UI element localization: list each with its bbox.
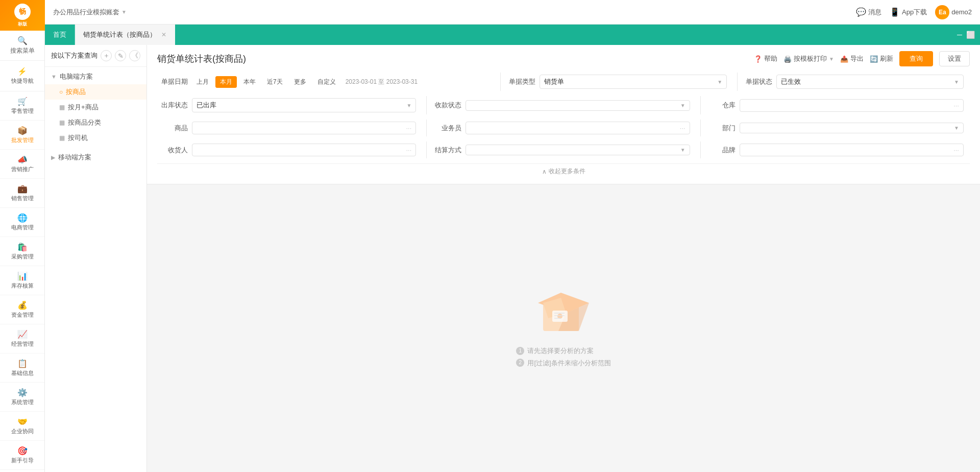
help-btn[interactable]: ❓ 帮助 <box>754 54 777 63</box>
brand-select[interactable]: ··· <box>740 144 964 156</box>
quick-nav-item[interactable]: ⚡ 快捷导航 <box>0 63 44 89</box>
scheme-item-by-driver[interactable]: ▦ 按司机 <box>45 130 146 146</box>
empty-tip-2: 2 用[过滤]条件来缩小分析范围 <box>516 357 610 369</box>
user-menu[interactable]: Ea demo2 <box>935 5 972 19</box>
sidebar-item-purchase[interactable]: 🛍️ 采购管理 <box>0 237 44 266</box>
dept-filter-cell: 部门 ▼ <box>705 121 970 135</box>
sidebar-item-system[interactable]: ⚙️ 系统管理 <box>0 383 44 412</box>
sidebar-item-retail[interactable]: 🛒 零售管理 <box>0 91 44 121</box>
export-label: 导出 <box>850 54 864 63</box>
date-tab-curr[interactable]: 本月 <box>215 76 237 88</box>
recv-status-arrow: ▼ <box>680 103 685 108</box>
recv-status-select[interactable]: ▼ <box>465 100 690 111</box>
search-menu[interactable]: 🔍 搜索菜单 <box>0 31 44 61</box>
recv-status-control: ▼ <box>465 100 690 111</box>
sidebar-item-corp[interactable]: 🤝 企业协同 <box>0 412 44 441</box>
tab-close-icon[interactable]: ✕ <box>161 31 166 38</box>
edit-scheme-btn[interactable]: ✎ <box>115 50 126 61</box>
page-header: 销货单统计表(按商品) ❓ 帮助 🖨️ 按模板打印 ▼ 📤 <box>147 45 980 184</box>
dept-arrow: ▼ <box>954 125 959 131</box>
sidebar-item-sales[interactable]: 💼 销售管理 <box>0 179 44 208</box>
collapse-btn[interactable]: ∧ 收起更多条件 <box>157 163 970 179</box>
sidebar-item-inventory[interactable]: 📊 库存核算 <box>0 266 44 295</box>
settings-btn[interactable]: 设置 <box>939 51 970 66</box>
v-divider <box>737 73 738 91</box>
salesman-select[interactable]: ··· <box>465 122 690 134</box>
date-tab-more[interactable]: 更多 <box>289 76 311 88</box>
sidebar-item-marketing[interactable]: 📣 营销推广 <box>0 150 44 179</box>
date-range: 2023-03-01 至 2023-03-31 <box>346 78 418 86</box>
sidebar-item-wholesale[interactable]: 📦 批发管理 <box>0 121 44 150</box>
tip-text-2: 用[过滤]条件来缩小分析范围 <box>527 357 610 369</box>
sidebar-item-label: 系统管理 <box>11 398 34 406</box>
export-btn[interactable]: 📤 导出 <box>840 54 864 63</box>
scheme-panel-actions: ＋ ✎ 《 <box>101 50 140 61</box>
salesman-filter-cell: 业务员 ··· <box>431 120 696 136</box>
tab-minimize-icon[interactable]: ─ <box>957 31 962 39</box>
doc-type-select[interactable]: 销货单 ▼ <box>540 75 727 89</box>
add-scheme-btn[interactable]: ＋ <box>101 50 112 61</box>
recv-status-label: 收款状态 <box>431 101 461 110</box>
date-tab-year[interactable]: 本年 <box>239 76 260 88</box>
collapse-panel-btn[interactable]: 《 <box>129 50 140 61</box>
date-tabs: 上月 本月 本年 近7天 更多 自定义 <box>192 76 340 88</box>
app-name: 标版 <box>18 21 27 28</box>
download-icon: 📱 <box>890 7 900 17</box>
date-tab-prev[interactable]: 上月 <box>192 76 213 88</box>
user-name: demo2 <box>951 8 972 16</box>
tip-num-2: 2 <box>516 359 524 367</box>
date-tab-week[interactable]: 近7天 <box>262 76 287 88</box>
sidebar-item-basic[interactable]: 📋 基础信息 <box>0 353 44 383</box>
settle-control: ▼ <box>465 145 690 155</box>
sidebar-item-operation[interactable]: 📈 经营管理 <box>0 324 44 353</box>
dept-select[interactable]: ▼ <box>740 123 964 133</box>
search-label: 搜索菜单 <box>10 46 35 55</box>
quick-nav: ⚡ 快捷导航 <box>0 61 44 91</box>
tab-home[interactable]: 首页 <box>45 25 75 45</box>
brand-dots: ··· <box>953 146 959 154</box>
pc-scheme-group-header[interactable]: ▼ 电脑端方案 <box>45 69 146 84</box>
sidebar-item-guide[interactable]: 🎯 新手引导 <box>0 441 44 470</box>
sidebar-item-apps[interactable]: 🔧 应用中心 <box>0 470 44 472</box>
tip-num-1: 1 <box>516 347 524 355</box>
pc-group-label: 电脑端方案 <box>60 72 93 81</box>
message-btn[interactable]: 💬 消息 <box>856 7 881 17</box>
topbar: 办公用品行业模拟账套 ▼ 💬 消息 📱 App下载 Ea demo2 <box>45 0 980 25</box>
out-status-select[interactable]: 已出库 ▼ <box>192 98 416 112</box>
help-label: 帮助 <box>764 54 777 63</box>
settle-filter-cell: 结算方式 ▼ <box>431 143 696 157</box>
scheme-item-by-month-goods[interactable]: ▦ 按月+商品 <box>45 100 146 115</box>
date-tab-custom[interactable]: 自定义 <box>313 76 340 88</box>
page-actions: ❓ 帮助 🖨️ 按模板打印 ▼ 📤 导出 � <box>754 51 970 66</box>
mobile-scheme-group-header[interactable]: ▶ 移动端方案 <box>45 150 146 165</box>
doc-type-control: 销货单 ▼ <box>540 75 727 89</box>
date-filter-cell: 单据日期 上月 本月 本年 近7天 更多 自定义 20 <box>157 74 496 90</box>
doc-type-value: 销货单 <box>544 77 564 86</box>
query-btn[interactable]: 查询 <box>899 51 933 66</box>
sidebar-item-ecom[interactable]: 🌐 电商管理 <box>0 208 44 237</box>
recv-person-select[interactable]: ··· <box>192 144 416 156</box>
dept-label: 部门 <box>705 124 736 133</box>
brand-control: ··· <box>740 144 964 156</box>
refresh-btn[interactable]: 🔄 刷新 <box>870 54 893 63</box>
scheme-item-by-category[interactable]: ▦ 按商品分类 <box>45 115 146 130</box>
message-label: 消息 <box>868 8 881 17</box>
goods-select[interactable]: ··· <box>192 122 416 134</box>
tab-sales-stat-label: 销货单统计表（按商品） <box>83 30 156 39</box>
scheme-item-by-goods[interactable]: ○ 按商品 <box>45 84 146 100</box>
warehouse-control: ··· <box>740 99 964 112</box>
sidebar-menu: 🛒 零售管理 📦 批发管理 📣 营销推广 💼 销售管理 🌐 电商管理 🛍️ 采购… <box>0 91 44 472</box>
doc-status-control: 已生效 ▼ <box>776 75 964 89</box>
recv-person-filter-cell: 收货人 ··· <box>157 141 422 158</box>
warehouse-select[interactable]: ··· <box>740 99 964 112</box>
settle-select[interactable]: ▼ <box>465 145 690 155</box>
template-print-btn[interactable]: 🖨️ 按模板打印 ▼ <box>783 54 834 63</box>
inventory-icon: 📊 <box>17 271 28 281</box>
tab-maximize-icon[interactable]: ⬜ <box>966 31 975 39</box>
app-download-btn[interactable]: 📱 App下载 <box>890 7 927 17</box>
doc-status-select[interactable]: 已生效 ▼ <box>776 75 964 89</box>
settle-label: 结算方式 <box>431 146 461 155</box>
sidebar-item-finance[interactable]: 💰 资金管理 <box>0 295 44 324</box>
tab-sales-stat[interactable]: 销货单统计表（按商品） ✕ <box>75 25 175 45</box>
account-dropdown[interactable]: 办公用品行业模拟账套 ▼ <box>53 8 127 17</box>
